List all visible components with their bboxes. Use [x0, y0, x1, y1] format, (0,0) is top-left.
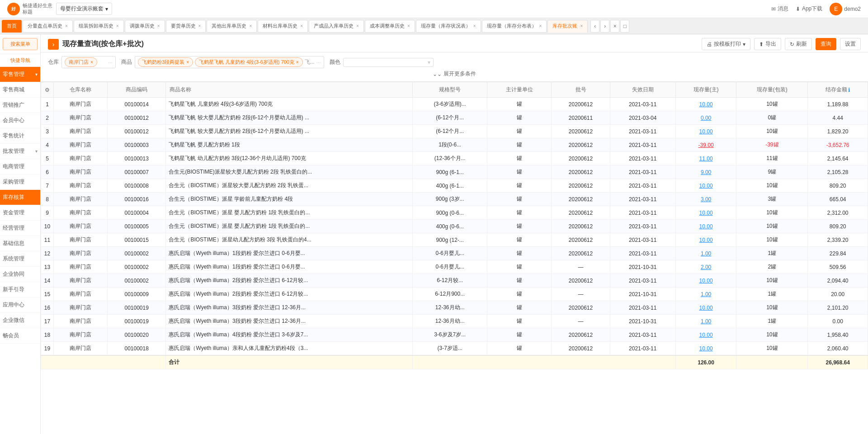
- tab-prev-btn[interactable]: ‹: [590, 20, 599, 33]
- sidebar-item-sys[interactable]: 系统管理: [0, 251, 40, 267]
- app-download-btn[interactable]: ⬇ App下载: [796, 5, 822, 13]
- row-qty-pkg: 10罐: [736, 328, 808, 342]
- footer-empty: [41, 355, 166, 369]
- user-area[interactable]: E demo2: [830, 3, 861, 15]
- sidebar-item-ecommerce[interactable]: 电商管理: [0, 159, 40, 175]
- query-btn[interactable]: 查询: [816, 38, 836, 50]
- tab-home[interactable]: 首页: [2, 20, 22, 33]
- sidebar-item-app-center[interactable]: 应用中心: [0, 297, 40, 313]
- row-qty-main[interactable]: 10.00: [675, 328, 736, 342]
- row-qty-main[interactable]: 1.00: [675, 288, 736, 301]
- row-qty-main[interactable]: 10.00: [675, 233, 736, 247]
- remove-goods-tag-2[interactable]: ×: [296, 60, 299, 65]
- ellipsis-icon[interactable]: ···: [108, 59, 113, 66]
- row-qty-main[interactable]: 1.00: [675, 315, 736, 328]
- row-qty-main[interactable]: 10.00: [675, 179, 736, 193]
- sidebar-item-member[interactable]: 会员中心: [0, 113, 40, 128]
- row-warehouse: 南岸门店: [54, 260, 108, 274]
- sidebar-item-marketing[interactable]: 营销推广: [0, 98, 40, 113]
- row-qty-main[interactable]: 3.00: [675, 193, 736, 206]
- row-qty-main[interactable]: 10.00: [675, 98, 736, 111]
- row-warehouse: 南岸门店: [54, 152, 108, 165]
- logo-area: 好 畅捷通好生意 标题: [7, 3, 52, 15]
- row-amount: 665.04: [808, 193, 868, 206]
- row-qty-main[interactable]: 10.00: [675, 220, 736, 233]
- row-name: 合生元（BIOSTIME）派星 学龄前儿童配方奶粉 4段: [166, 193, 413, 206]
- row-qty-main[interactable]: 10.00: [675, 125, 736, 138]
- sidebar-item-enterprise-wechat[interactable]: 企业微信: [0, 313, 40, 328]
- sidebar-item-retail-mall[interactable]: 零售商城: [0, 82, 40, 98]
- close-icon[interactable]: ×: [116, 24, 119, 28]
- sidebar-item-retail-mgmt[interactable]: 零售管理 ▾: [0, 67, 40, 82]
- row-qty-main[interactable]: 9.00: [675, 165, 736, 179]
- close-icon[interactable]: ×: [249, 24, 252, 28]
- sidebar-item-biz[interactable]: 经营管理: [0, 221, 40, 236]
- sidebar-item-fan-member[interactable]: 畅会员: [0, 328, 40, 344]
- sidebar-item-enterprise-coop[interactable]: 企业协同: [0, 267, 40, 282]
- close-icon[interactable]: ×: [407, 24, 410, 28]
- goods-filter: 商品 飞鹤奶粉3段两提装 × 飞鹤星飞帆 儿童奶粉 4段(3-6岁适用) 700…: [121, 56, 324, 68]
- tab-stock-status[interactable]: 现存量（库存状况表） ×: [416, 20, 481, 33]
- row-qty-main[interactable]: 1.00: [675, 247, 736, 260]
- expand-conditions-btn[interactable]: ⌄⌄ 展开更多条件: [433, 70, 476, 78]
- close-icon[interactable]: ×: [157, 24, 160, 28]
- tab-next-btn[interactable]: ›: [600, 20, 609, 33]
- row-qty-main[interactable]: 10.00: [675, 206, 736, 220]
- search-menu-btn[interactable]: 搜索菜单: [3, 38, 38, 50]
- expand-btn[interactable]: ›: [48, 39, 59, 50]
- refresh-btn[interactable]: ↻ 刷新: [785, 38, 812, 50]
- remove-warehouse-tag[interactable]: ×: [90, 60, 93, 65]
- tab-material-out[interactable]: 材料出库单历史 ×: [258, 20, 308, 33]
- template-print-btn[interactable]: 🖨 按模板打印 ▾: [702, 38, 750, 50]
- tab-group-teardown[interactable]: 组装拆卸单历史 ×: [74, 20, 124, 33]
- row-qty-main[interactable]: 0.00: [675, 111, 736, 125]
- sidebar-item-purchase[interactable]: 采购管理: [0, 175, 40, 190]
- row-qty-main[interactable]: 2.00: [675, 260, 736, 274]
- row-qty-main[interactable]: 10.00: [675, 274, 736, 288]
- tab-stock-dist[interactable]: 现存量（库存分布表） ×: [482, 20, 547, 33]
- close-icon[interactable]: ×: [198, 24, 201, 28]
- close-icon[interactable]: ×: [580, 24, 583, 28]
- tab-request[interactable]: 要货单历史 ×: [166, 20, 206, 33]
- tab-mix-single[interactable]: 调拨单历史 ×: [125, 20, 165, 33]
- sidebar-item-base-info[interactable]: 基础信息: [0, 236, 40, 251]
- tab-close-all-btn[interactable]: ×: [610, 20, 619, 33]
- remove-goods-tag-1[interactable]: ×: [186, 60, 189, 65]
- tab-split-count[interactable]: 分量盘点单历史 ×: [23, 20, 73, 33]
- row-qty-pkg: 10罐: [736, 342, 808, 356]
- tab-product-in[interactable]: 产成品入库单历史 ×: [309, 20, 364, 33]
- tab-maximize-btn[interactable]: □: [620, 20, 629, 33]
- message-icon: ✉: [771, 6, 776, 12]
- account-selector[interactable]: 母婴行业演示账套 ▾: [56, 3, 112, 15]
- table-row: 8 南岸门店 00100016 合生元（BIOSTIME）派星 学龄前儿童配方奶…: [41, 193, 868, 206]
- close-icon[interactable]: ×: [473, 24, 476, 28]
- row-qty-main[interactable]: 10.00: [675, 301, 736, 315]
- tab-stock-batch[interactable]: 库存批次账 ×: [547, 20, 588, 33]
- row-warehouse: 南岸门店: [54, 315, 108, 328]
- close-icon[interactable]: ×: [65, 24, 68, 28]
- close-icon[interactable]: ×: [539, 24, 542, 28]
- close-icon[interactable]: ×: [356, 24, 359, 28]
- row-qty-pkg: 10罐: [736, 233, 808, 247]
- close-icon[interactable]: ×: [300, 24, 303, 28]
- row-qty-main[interactable]: 11.00: [675, 152, 736, 165]
- message-btn[interactable]: ✉ 消息: [771, 5, 788, 13]
- settings-btn[interactable]: 设置: [840, 38, 861, 50]
- sidebar-item-stock-check[interactable]: 库存核算: [0, 190, 40, 205]
- sidebar-item-new-guide[interactable]: 新手引导: [0, 282, 40, 297]
- ellipsis-icon[interactable]: ···: [316, 59, 321, 66]
- tab-cost-adjust[interactable]: 成本调整单历史 ×: [365, 20, 415, 33]
- th-settings[interactable]: ⚙: [41, 82, 54, 98]
- row-spec: 0-6月婴儿...: [413, 247, 487, 260]
- row-qty-main[interactable]: 10.00: [675, 342, 736, 356]
- row-qty-main[interactable]: -39.00: [675, 138, 736, 152]
- chevron-down-icon[interactable]: ▾: [428, 59, 430, 66]
- quick-nav-link[interactable]: 快捷导航: [10, 57, 30, 63]
- sidebar-item-finance[interactable]: 资金管理: [0, 205, 40, 221]
- export-btn[interactable]: ⬆ 导出: [754, 38, 781, 50]
- sidebar-item-retail-stats[interactable]: 零售统计: [0, 128, 40, 144]
- tab-other-out[interactable]: 其他出库单历史 ×: [207, 20, 257, 33]
- info-icon[interactable]: ℹ: [848, 87, 850, 93]
- row-expire: 2021-03-11: [610, 274, 675, 288]
- sidebar-item-wholesale[interactable]: 批发管理 ▾: [0, 144, 40, 159]
